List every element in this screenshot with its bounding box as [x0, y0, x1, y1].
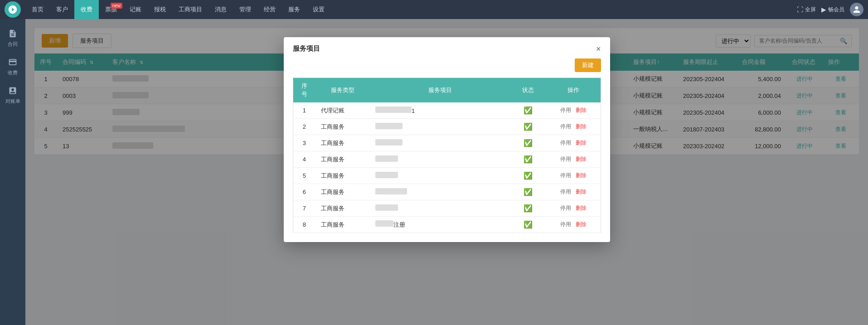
modal-table-row: 2 工商服务 ✅ 停用 删除	[293, 119, 601, 135]
modal-cell-action: 停用 删除	[546, 102, 601, 119]
modal-cell-type: 工商服务	[315, 184, 370, 200]
modal-th-item: 服务项目	[370, 78, 510, 103]
stop-button[interactable]: 停用	[560, 172, 571, 179]
modal-cell-status: ✅	[510, 168, 546, 184]
sidebar-item-statement[interactable]: 对账单	[0, 81, 25, 109]
modal-table-row: 5 工商服务 ✅ 停用 删除	[293, 168, 601, 184]
new-badge: new	[111, 3, 122, 9]
sidebar-item-fee[interactable]: 收费	[0, 52, 25, 81]
nav-settings[interactable]: 设置	[306, 0, 331, 19]
stop-button[interactable]: 停用	[560, 221, 571, 228]
delete-button[interactable]: 删除	[576, 189, 587, 195]
modal-cell-item	[370, 200, 510, 217]
modal-cell-status: ✅	[510, 217, 546, 233]
delete-button[interactable]: 删除	[576, 221, 587, 228]
nav-fee[interactable]: 收费	[74, 0, 99, 19]
modal-overlay: 服务项目 × 新建 序号 服务类型 服务项目 状态	[25, 19, 868, 325]
modal-cell-status: ✅	[510, 200, 546, 217]
modal-cell-seq: 2	[293, 119, 315, 135]
delete-button[interactable]: 删除	[576, 156, 587, 162]
status-check-icon: ✅	[524, 107, 533, 114]
status-check-icon: ✅	[524, 172, 533, 179]
stop-button[interactable]: 停用	[560, 107, 571, 113]
modal-cell-action: 停用 删除	[546, 135, 601, 151]
modal-header: 服务项目 ×	[284, 37, 610, 58]
modal-table-row: 3 工商服务 ✅ 停用 删除	[293, 135, 601, 151]
fullscreen-button[interactable]: ⛶ 全屏	[797, 6, 816, 14]
modal-table-row: 6 工商服务 ✅ 停用 删除	[293, 184, 601, 200]
modal-close-button[interactable]: ×	[596, 45, 601, 53]
modal-cell-item	[370, 135, 510, 151]
modal-new-button[interactable]: 新建	[575, 58, 601, 72]
status-check-icon: ✅	[524, 188, 533, 196]
status-check-icon: ✅	[524, 204, 533, 212]
modal-cell-type: 工商服务	[315, 168, 370, 184]
nav-bookkeeping[interactable]: 记账	[123, 0, 148, 19]
stop-button[interactable]: 停用	[560, 140, 571, 146]
nav-invoice[interactable]: 票据 new	[99, 0, 123, 19]
nav-operation[interactable]: 经营	[257, 0, 282, 19]
delete-button[interactable]: 删除	[576, 140, 587, 146]
modal-table-body: 1 代理记账 1 ✅ 停用 删除 2 工商服务 ✅ 停用 删除 3 工商服务 ✅…	[293, 102, 601, 233]
modal-cell-status: ✅	[510, 102, 546, 119]
top-nav: 首页 客户 收费 票据 new 记账 报税 工商项目 消息 管理 经营 服务 设…	[0, 0, 868, 19]
nav-message[interactable]: 消息	[209, 0, 233, 19]
status-check-icon: ✅	[524, 139, 533, 147]
service-modal: 服务项目 × 新建 序号 服务类型 服务项目 状态	[284, 37, 610, 242]
modal-table-head: 序号 服务类型 服务项目 状态 操作	[293, 78, 601, 103]
modal-table-row: 4 工商服务 ✅ 停用 删除	[293, 151, 601, 168]
nav-customer[interactable]: 客户	[50, 0, 74, 19]
nav-manage[interactable]: 管理	[233, 0, 257, 19]
modal-cell-seq: 4	[293, 151, 315, 168]
status-check-icon: ✅	[524, 221, 533, 228]
modal-cell-type: 工商服务	[315, 119, 370, 135]
nav-home[interactable]: 首页	[25, 0, 50, 19]
sidebar: 合同 收费 对账单	[0, 19, 25, 325]
delete-button[interactable]: 删除	[576, 123, 587, 130]
modal-table-row: 1 代理记账 1 ✅ 停用 删除	[293, 102, 601, 119]
stop-button[interactable]: 停用	[560, 189, 571, 195]
member-button[interactable]: ▶ 畅会员	[821, 6, 844, 14]
modal-cell-status: ✅	[510, 184, 546, 200]
modal-cell-item	[370, 151, 510, 168]
modal-cell-seq: 6	[293, 184, 315, 200]
stop-button[interactable]: 停用	[560, 123, 571, 130]
nav-tax[interactable]: 报税	[148, 0, 172, 19]
modal-cell-item	[370, 184, 510, 200]
modal-cell-seq: 3	[293, 135, 315, 151]
modal-cell-status: ✅	[510, 135, 546, 151]
modal-cell-type: 工商服务	[315, 151, 370, 168]
modal-cell-item	[370, 119, 510, 135]
nav-business[interactable]: 工商项目	[172, 0, 209, 19]
modal-cell-status: ✅	[510, 119, 546, 135]
modal-cell-action: 停用 删除	[546, 151, 601, 168]
modal-toolbar: 新建	[293, 58, 601, 72]
modal-cell-seq: 5	[293, 168, 315, 184]
delete-button[interactable]: 删除	[576, 205, 587, 211]
modal-cell-status: ✅	[510, 151, 546, 168]
fee-icon	[7, 57, 18, 68]
modal-th-status: 状态	[510, 78, 546, 103]
modal-table-row: 8 工商服务 注册 ✅ 停用 删除	[293, 217, 601, 233]
modal-table-row: 7 工商服务 ✅ 停用 删除	[293, 200, 601, 217]
contract-icon	[7, 28, 18, 39]
sidebar-item-contract[interactable]: 合同	[0, 24, 25, 52]
delete-button[interactable]: 删除	[576, 107, 587, 113]
user-avatar[interactable]	[850, 3, 863, 16]
modal-cell-seq: 8	[293, 217, 315, 233]
status-check-icon: ✅	[524, 123, 533, 131]
modal-cell-item	[370, 168, 510, 184]
modal-th-action: 操作	[546, 78, 601, 103]
statement-icon	[7, 85, 18, 96]
modal-cell-type: 工商服务	[315, 135, 370, 151]
modal-cell-action: 停用 删除	[546, 200, 601, 217]
modal-cell-action: 停用 删除	[546, 119, 601, 135]
stop-button[interactable]: 停用	[560, 156, 571, 162]
modal-th-seq: 序号	[293, 78, 315, 103]
modal-cell-type: 工商服务	[315, 200, 370, 217]
delete-button[interactable]: 删除	[576, 172, 587, 179]
stop-button[interactable]: 停用	[560, 205, 571, 211]
modal-th-type: 服务类型	[315, 78, 370, 103]
modal-cell-type: 工商服务	[315, 217, 370, 233]
nav-service[interactable]: 服务	[282, 0, 306, 19]
